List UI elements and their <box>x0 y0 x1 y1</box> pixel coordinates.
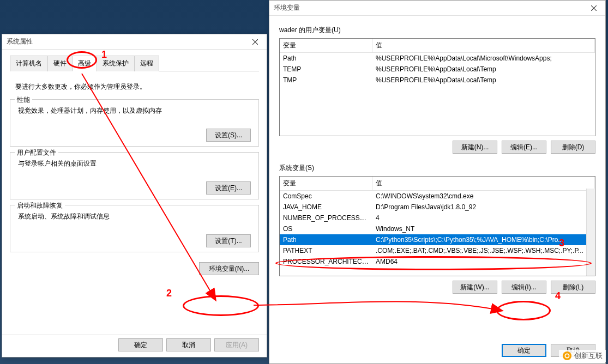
col-value[interactable]: 值 <box>372 177 595 190</box>
close-icon[interactable] <box>583 2 604 14</box>
apply-button[interactable]: 应用(A) <box>214 338 259 351</box>
scrollbar[interactable] <box>586 189 595 276</box>
list-header: 变量 值 <box>280 177 595 191</box>
watermark: 创新互联 <box>559 350 606 362</box>
annotation-4: 4 <box>555 290 561 302</box>
environment-variables-window: 环境变量 wader 的用户变量(U) 变量 值 Path%USERPROFIL… <box>269 0 606 364</box>
var-value: Windows_NT <box>372 223 595 234</box>
group-user-profiles: 用户配置文件 与登录帐户相关的桌面设置 设置(E)... <box>10 152 259 199</box>
group-legend: 用户配置文件 <box>15 148 58 157</box>
svg-point-5 <box>563 351 571 360</box>
sys-new-button[interactable]: 新建(W)... <box>453 281 497 294</box>
var-name: OS <box>280 223 372 234</box>
var-value: AMD64 <box>372 256 595 267</box>
dialog-footer: 确定 取消 应用(A) <box>2 335 267 357</box>
tab-advanced[interactable]: 高级 <box>72 56 97 71</box>
group-desc: 与登录帐户相关的桌面设置 <box>18 159 251 168</box>
window-title: 系统属性 <box>7 37 33 46</box>
var-value: %USERPROFILE%\AppData\Local\Temp <box>372 64 595 75</box>
table-row[interactable]: ComSpecC:\WINDOWS\system32\cmd.exe <box>280 191 595 202</box>
environment-variables-button[interactable]: 环境变量(N)... <box>199 262 259 275</box>
tab-computer-name[interactable]: 计算机名 <box>10 56 48 71</box>
user-new-button[interactable]: 新建(N)... <box>453 141 497 154</box>
var-value: C:\WINDOWS\system32\cmd.exe <box>372 191 595 202</box>
col-variable[interactable]: 变量 <box>280 177 372 190</box>
var-name: TMP <box>280 75 372 86</box>
table-row[interactable]: TMP%USERPROFILE%\AppData\Local\Temp <box>280 75 595 86</box>
var-name: JAVA_HOME <box>280 202 372 213</box>
var-name: ComSpec <box>280 191 372 202</box>
table-row[interactable]: JAVA_HOMED:\Program Files\Java\jdk1.8.0_… <box>280 202 595 213</box>
titlebar: 环境变量 <box>269 1 605 16</box>
startup-settings-button[interactable]: 设置(T)... <box>206 234 251 247</box>
window-title: 环境变量 <box>274 3 300 13</box>
group-startup-recovery: 启动和故障恢复 系统启动、系统故障和调试信息 设置(T)... <box>10 205 259 252</box>
table-row[interactable]: PathC:\Python35\Scripts\;C:\Python35\;%J… <box>280 234 595 245</box>
group-desc: 视觉效果，处理器计划，内存使用，以及虚拟内存 <box>18 106 251 116</box>
table-row[interactable]: Path%USERPROFILE%\AppData\Local\Microsof… <box>280 53 595 64</box>
var-value: %USERPROFILE%\AppData\Local\Temp <box>372 75 595 86</box>
tab-hardware[interactable]: 硬件 <box>47 56 73 71</box>
var-name: PATHEXT <box>280 245 372 256</box>
perf-settings-button[interactable]: 设置(S)... <box>206 129 251 142</box>
var-name: TEMP <box>280 64 372 75</box>
group-performance: 性能 视觉效果，处理器计划，内存使用，以及虚拟内存 设置(S)... <box>10 99 259 147</box>
var-name: Path <box>280 53 372 64</box>
annotation-2: 2 <box>166 288 172 299</box>
group-legend: 性能 <box>15 95 32 105</box>
list-header: 变量 值 <box>280 39 595 53</box>
table-row[interactable]: TEMP%USERPROFILE%\AppData\Local\Temp <box>280 64 595 75</box>
table-row[interactable]: OSWindows_NT <box>280 223 595 234</box>
user-delete-button[interactable]: 删除(D) <box>551 141 595 154</box>
sys-vars-label: 系统变量(S) <box>279 163 595 173</box>
table-row[interactable]: NUMBER_OF_PROCESSORS4 <box>280 213 595 223</box>
sys-vars-list[interactable]: 变量 值 ComSpecC:\WINDOWS\system32\cmd.exeJ… <box>279 176 595 276</box>
ok-button[interactable]: 确定 <box>502 344 546 357</box>
group-legend: 启动和故障恢复 <box>15 201 65 210</box>
ok-button[interactable]: 确定 <box>118 338 163 351</box>
close-icon[interactable] <box>245 36 266 48</box>
var-value: 4 <box>372 213 595 223</box>
var-value: D:\Program Files\Java\jdk1.8.0_92 <box>372 202 595 213</box>
table-row[interactable]: PATHEXT.COM;.EXE;.BAT;.CMD;.VBS;.VBE;.JS… <box>280 245 595 256</box>
tab-remote[interactable]: 远程 <box>134 56 159 71</box>
annotation-1: 1 <box>101 49 107 60</box>
user-edit-button[interactable]: 编辑(E)... <box>502 141 546 154</box>
var-name: NUMBER_OF_PROCESSORS <box>280 213 372 223</box>
sys-edit-button[interactable]: 编辑(I)... <box>502 281 546 294</box>
user-vars-label: wader 的用户变量(U) <box>279 26 595 35</box>
admin-note: 要进行大多数更改，你必须作为管理员登录。 <box>15 82 259 92</box>
col-variable[interactable]: 变量 <box>280 39 372 52</box>
annotation-3: 3 <box>559 238 564 249</box>
group-desc: 系统启动、系统故障和调试信息 <box>18 212 251 221</box>
var-name: Path <box>280 234 372 245</box>
var-name: PROCESSOR_ARCHITECT... <box>280 256 372 267</box>
user-vars-list[interactable]: 变量 值 Path%USERPROFILE%\AppData\Local\Mic… <box>279 38 595 136</box>
cancel-button[interactable]: 取消 <box>166 338 211 351</box>
var-value: %USERPROFILE%\AppData\Local\Microsoft\Wi… <box>372 53 595 64</box>
tab-bar: 计算机名 硬件 高级 系统保护 远程 <box>10 55 259 71</box>
table-row[interactable]: PROCESSOR_ARCHITECT...AMD64 <box>280 256 595 267</box>
col-value[interactable]: 值 <box>372 39 595 52</box>
titlebar: 系统属性 <box>2 34 267 50</box>
profile-settings-button[interactable]: 设置(E)... <box>206 181 251 195</box>
system-properties-window: 系统属性 计算机名 硬件 高级 系统保护 远程 要进行大多数更改，你必须作为管理… <box>2 34 267 357</box>
